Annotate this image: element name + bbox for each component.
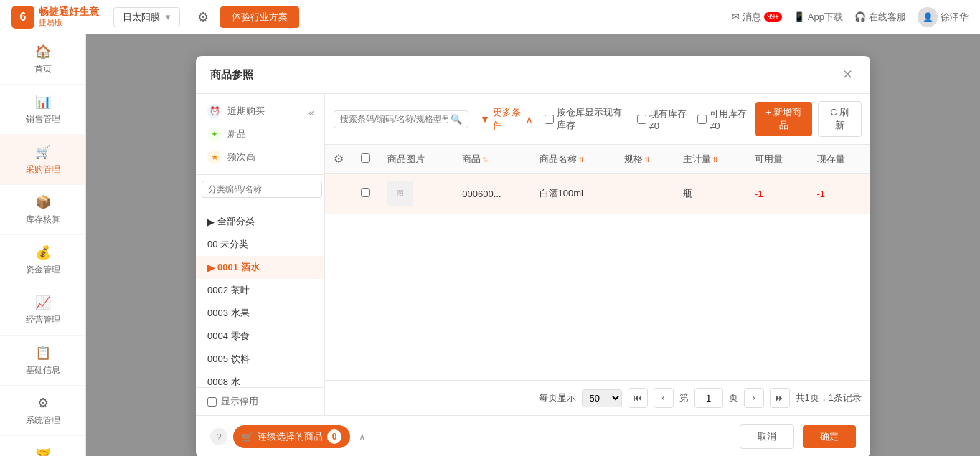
row-code-cell: 000600... — [453, 174, 530, 214]
cart-button[interactable]: 🛒 连续选择的商品 0 — [233, 425, 350, 448]
help-icon[interactable]: ? — [210, 428, 227, 445]
show-disabled-checkbox[interactable] — [207, 397, 217, 407]
basics-icon: 📋 — [34, 344, 52, 361]
add-product-button[interactable]: + 新增商品 — [755, 102, 812, 136]
next-page-button[interactable]: › — [744, 388, 764, 408]
modal-footer: ? 🛒 连续选择的商品 0 ∧ 取消 确定 — [196, 415, 870, 456]
cancel-button[interactable]: 取消 — [740, 424, 794, 449]
category-item-fruit[interactable]: 0003 水果 — [196, 302, 324, 325]
online-service-nav-item[interactable]: 🎧 在线客服 — [854, 11, 906, 24]
quick-filter-frequent[interactable]: ★ 频次高 — [202, 146, 319, 168]
category-search-bar: 🔍 — [196, 175, 324, 204]
modal-title: 商品参照 — [210, 68, 253, 82]
logo-icon: 6 — [11, 6, 34, 29]
sidebar-label-finance: 资金管理 — [26, 264, 60, 276]
sidebar-item-home[interactable]: 🏠 首页 — [0, 34, 85, 85]
sort-spec-icon[interactable]: ⇅ — [644, 156, 650, 163]
app-download-label: App下载 — [808, 11, 843, 24]
last-page-button[interactable]: ⏭ — [770, 388, 790, 408]
company-name: 日太阳膜 — [123, 11, 160, 24]
sort-unit-icon[interactable]: ⇅ — [712, 156, 718, 163]
headset-icon: 🎧 — [854, 11, 866, 22]
collapse-panel-button[interactable]: « — [304, 105, 319, 120]
sidebar-item-sales[interactable]: 📊 销售管理 — [0, 85, 85, 135]
filter-checkboxes: 按仓库显示现有库存 现有库存≠0 可用库存≠0 — [545, 106, 750, 132]
col-checkbox — [352, 145, 379, 174]
checkbox-warehouse[interactable] — [545, 115, 554, 124]
checkbox-stock[interactable] — [637, 115, 646, 124]
confirm-button[interactable]: 确定 — [803, 425, 856, 448]
category-item-water[interactable]: 0008 水 — [196, 371, 324, 387]
select-all-checkbox[interactable] — [361, 153, 370, 163]
top-navbar: 6 畅捷通好生意 捷易版 日太阳膜 ▾ ⚙ 体验行业方案 ✉ 消息 99+ 📱 … — [0, 0, 980, 34]
table-row[interactable]: 图 000600... 白酒100ml 瓶 -1 -1 — [325, 174, 870, 214]
modal-close-button[interactable]: ✕ — [839, 66, 856, 83]
trial-button[interactable]: 体验行业方案 — [220, 6, 299, 28]
company-selector[interactable]: 日太阳膜 ▾ — [113, 7, 180, 27]
checkbox-warehouse-label[interactable]: 按仓库显示现有库存 — [545, 106, 628, 132]
logo-area: 6 畅捷通好生意 捷易版 — [11, 6, 99, 29]
app-download-nav-item[interactable]: 📱 App下载 — [793, 11, 843, 24]
sidebar-label-home: 首页 — [34, 63, 52, 75]
sidebar-label-purchase: 采购管理 — [26, 163, 60, 176]
sidebar-label-inventory: 库存核算 — [26, 214, 60, 226]
category-search-input[interactable] — [202, 181, 322, 198]
messages-nav-item[interactable]: ✉ 消息 99+ — [732, 11, 782, 24]
sidebar-item-finance[interactable]: 💰 资金管理 — [0, 235, 85, 285]
quick-filters: ⏰ 近期购买 ✦ 新品 ★ 频次高 — [196, 94, 324, 175]
sidebar-item-system[interactable]: ⚙ 系统管理 — [0, 386, 85, 436]
row-select-checkbox[interactable] — [361, 188, 370, 197]
checkbox-warehouse-text: 按仓库显示现有库存 — [557, 106, 628, 132]
category-item-beverage[interactable]: 0005 饮料 — [196, 348, 324, 371]
product-thumbnail: 图 — [387, 181, 413, 206]
settings-nav-icon[interactable]: ⚙ — [192, 6, 215, 29]
product-search-input[interactable] — [340, 114, 448, 124]
row-available-cell: -1 — [746, 174, 808, 214]
sidebar-item-basics[interactable]: 📋 基础信息 — [0, 336, 85, 386]
checkbox-available[interactable] — [697, 115, 707, 124]
filter-arrow-icon: ∧ — [526, 114, 533, 125]
category-label-uncategorized: 00 未分类 — [207, 238, 248, 251]
product-search-wrap: 🔍 — [334, 110, 468, 128]
page-number-input[interactable] — [694, 388, 723, 408]
pagination-bar: 每页显示 50 20 100 ⏮ ‹ 第 页 › — [325, 380, 870, 415]
category-item-all[interactable]: ▶ 全部分类 — [196, 210, 324, 233]
first-page-button[interactable]: ⏮ — [628, 388, 648, 408]
expand-all-icon: ▶ — [207, 217, 215, 227]
quick-filter-recent[interactable]: ⏰ 近期购买 — [202, 100, 319, 123]
quick-filter-new[interactable]: ✦ 新品 — [202, 123, 319, 146]
refresh-button[interactable]: C 刷新 — [818, 101, 862, 137]
row-checkbox-cell — [352, 174, 379, 214]
page-size-select[interactable]: 50 20 100 — [582, 389, 622, 407]
category-panel: ⏰ 近期购买 ✦ 新品 ★ 频次高 — [196, 94, 325, 415]
more-filters-button[interactable]: ▼ 更多条件 ∧ — [474, 103, 539, 135]
username-label: 徐泽华 — [941, 11, 969, 24]
collapse-footer-icon[interactable]: ∧ — [359, 432, 366, 442]
page-total: 共1页，1条记录 — [796, 391, 862, 404]
category-item-tea[interactable]: 0002 茶叶 — [196, 279, 324, 302]
category-label-tea: 0002 茶叶 — [207, 284, 250, 297]
sales-icon: 📊 — [34, 93, 52, 110]
checkbox-available-label[interactable]: 可用库存≠0 — [697, 108, 750, 131]
sidebar-item-purchase[interactable]: 🛒 采购管理 — [0, 135, 85, 185]
checkbox-stock-label[interactable]: 现有库存≠0 — [637, 108, 689, 131]
sort-code-icon[interactable]: ⇅ — [482, 156, 488, 163]
column-settings-icon[interactable]: ⚙ — [334, 153, 344, 165]
sidebar-item-enterprise[interactable]: 🤝 企业协同 — [0, 436, 85, 456]
sidebar-item-inventory[interactable]: 📦 库存核算 — [0, 185, 85, 235]
category-label-snack: 0004 零食 — [207, 330, 250, 343]
sidebar-item-operations[interactable]: 📈 经营管理 — [0, 285, 85, 336]
logo-sub: 捷易版 — [39, 17, 99, 28]
main-layout: 🏠 首页 📊 销售管理 🛒 采购管理 📦 库存核算 💰 资金管理 📈 经营管理 … — [0, 34, 980, 456]
product-search-icon[interactable]: 🔍 — [451, 114, 462, 125]
sort-name-icon[interactable]: ⇅ — [578, 156, 584, 163]
category-item-snack[interactable]: 0004 零食 — [196, 325, 324, 348]
category-item-liquor[interactable]: ▶ 0001 酒水 — [196, 256, 324, 279]
user-nav-item[interactable]: 👤 徐泽华 — [918, 7, 969, 27]
phone-icon: 📱 — [793, 11, 805, 22]
category-label-liquor: 0001 酒水 — [217, 261, 260, 274]
prev-page-button[interactable]: ‹ — [654, 388, 674, 408]
category-item-uncategorized[interactable]: 00 未分类 — [196, 233, 324, 256]
page-of-label: 页 — [729, 391, 738, 404]
products-table-element: ⚙ 商品图片 商品⇅ — [325, 145, 870, 214]
